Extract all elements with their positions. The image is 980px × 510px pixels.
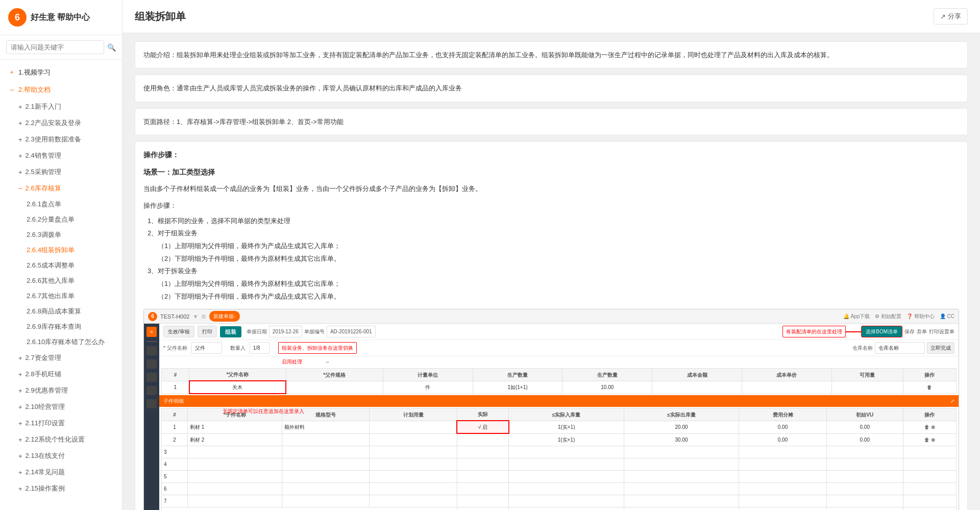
sidebar: 6 好生意 帮助中心 🔍 + 1.视频学习 − 2.帮助文档 + 2.1新手入门 xyxy=(0,0,122,510)
table-row: 2 剩材 2 1(实+1) 30.00 0.00 0.00 xyxy=(162,433,957,446)
path-text: 页面路径：1、库存核算->库存管理->组装拆卸单 2、首页->常用功能 xyxy=(143,116,959,128)
sidebar-item-inventory-fix[interactable]: 2.6.10库存账本错了怎么办 xyxy=(22,334,122,350)
docs-sub-items: + 2.1新手入门 + 2.2产品安装及登录 + 2.3使用前数据准备 + 2.… xyxy=(0,99,122,497)
inventory-sub-items: 2.6.1盘点单 2.6.2分量盘点单 2.6.3调拨单 2.6.4组装拆卸单 … xyxy=(14,197,122,350)
sidebar-item-mobile[interactable]: + 2.8手机旺铺 xyxy=(14,366,122,382)
sidebar-item-online-pay[interactable]: + 2.13在线支付 xyxy=(14,448,122,464)
annotation-bom: 有装配清单的在这里处理 xyxy=(782,326,846,337)
app-parent-field[interactable]: 父件 xyxy=(191,342,222,354)
lower-table-header: 子件明细 ⤢ xyxy=(159,395,959,407)
app-confirm-btn[interactable]: 立即完成 xyxy=(927,342,954,354)
sidebar-item-coupon[interactable]: + 2.9优惠券管理 xyxy=(14,382,122,399)
app-logo-small: 6 xyxy=(148,312,157,321)
logo-text: 好生意 帮助中心 xyxy=(31,12,90,23)
share-icon: ↗ xyxy=(940,13,946,20)
lower-table-container: 无固定清单可以任意追加在这里录入 # *子件名称 规格型号 计划用量 实际 xyxy=(161,408,957,510)
lower-table: # *子件名称 规格型号 计划用量 实际 ≤实际入库量 ≤实际出库量 费用分摊 xyxy=(161,408,957,510)
sidebar-item-print[interactable]: + 2.11打印设置 xyxy=(14,415,122,431)
sidebar-item-cost-adjust[interactable]: 2.6.5成本调整单 xyxy=(22,258,122,273)
role-text: 使用角色：通常由生产人员或库管人员完成拆装业务的操作，库管人员确认原材料的出库和… xyxy=(143,82,959,94)
share-button[interactable]: ↗ 分享 xyxy=(934,8,968,25)
page-title: 组装拆卸单 xyxy=(135,10,186,23)
sidebar-item-docs[interactable]: − 2.帮助文档 xyxy=(0,81,122,99)
app-save-btn[interactable]: 生效/审核 xyxy=(163,326,194,337)
app-titlebar: 6 TEST-H002 ▼ ⚙ 新建单据- 🔔 App下载 ⚙ 初始配置 ❓ 帮… xyxy=(144,309,959,324)
search-input[interactable] xyxy=(6,40,104,54)
role-box: 使用角色：通常由生产人员或库管人员完成拆装业务的操作，库管人员确认原材料的出库和… xyxy=(135,75,968,102)
step2-sub: （1）上部明细为父件明细，最终作为产成品生成其它入库单； （2）下部明细为子件明… xyxy=(158,240,959,265)
app-bom-btn[interactable]: 选择BOM清单 xyxy=(861,326,902,337)
minus-icon: − xyxy=(8,86,15,93)
step3: 3、对于拆装业务 xyxy=(148,265,959,278)
sidebar-item-install[interactable]: + 2.2产品安装及登录 xyxy=(14,115,122,131)
sidebar-item-transfer[interactable]: 2.6.3调拨单 xyxy=(22,227,122,242)
sidebar-item-other-out[interactable]: 2.6.7其他出库单 xyxy=(22,288,122,304)
search-button[interactable]: 🔍 xyxy=(107,43,116,52)
steps-title: 操作步骤： xyxy=(143,149,959,161)
steps-label: 操作步骤： xyxy=(143,200,959,211)
sidebar-item-data-prep[interactable]: + 2.3使用前数据准备 xyxy=(14,131,122,148)
sidebar-item-finance[interactable]: + 2.7资金管理 xyxy=(14,350,122,366)
app-qty-field[interactable]: 1/8 xyxy=(250,342,270,354)
app-form-row: * 父件名称 父件 数量人 1/8 组装业务、拆卸业务在这里切换 仓库名称 仓库… xyxy=(159,340,959,356)
app-screenshot-container: 6 TEST-H002 ▼ ⚙ 新建单据- 🔔 App下载 ⚙ 初始配置 ❓ 帮… xyxy=(143,309,959,510)
plus-icon: + xyxy=(8,69,15,76)
sidebar-item-stocktake[interactable]: 2.6.1盘点单 xyxy=(22,197,122,212)
app-print-btn[interactable]: 打印 xyxy=(198,326,217,337)
main-content: 组装拆卸单 ↗ 分享 功能介绍：组装拆卸单用来处理企业组装或拆卸等加工业务，支持… xyxy=(122,0,980,510)
path-box: 页面路径：1、库存核算->库存管理->组装拆卸单 2、首页->常用功能 xyxy=(135,108,968,135)
sidebar-item-sales[interactable]: + 2.4销售管理 xyxy=(14,148,122,164)
new-doc-btn: 新建单据- xyxy=(209,311,239,322)
scenario1-desc: 当由多个子件材料组装成一个成品的业务为【组装】业务，当由一个父件拆分成多个子产品… xyxy=(143,183,959,195)
annotation-enable-row: 启用处理 → xyxy=(159,356,959,367)
table-row: 6 xyxy=(162,482,957,495)
step2-sub1: （1）上部明细为父件明细，最终作为产成品生成其它入库单； xyxy=(158,240,959,253)
logo-area: 6 好生意 帮助中心 xyxy=(0,0,122,35)
upper-table: # *父件名称 *父件规格 计量单位 生产数量 生产数量 成本金额 成本单价 可 xyxy=(161,368,957,394)
nav-section-docs: − 2.帮助文档 + 2.1新手入门 + 2.2产品安装及登录 + 2.3使用前… xyxy=(0,81,122,497)
steps-box: 操作步骤： 场景一：加工类型选择 当由多个子件材料组装成一个成品的业务为【组装】… xyxy=(135,141,968,510)
step2: 2、对于组装业务 xyxy=(148,227,959,240)
article-body: 功能介绍：组装拆卸单用来处理企业组装或拆卸等加工业务，支持有固定装配清单的产品加… xyxy=(122,33,980,510)
sidebar-item-cost-recalc[interactable]: 2.6.8商品成本重算 xyxy=(22,304,122,319)
step1: 1、根据不同的业务，选择不同单据的类型来处理 xyxy=(148,215,959,228)
table-row: 3 xyxy=(162,446,957,458)
main-header: 组装拆卸单 ↗ 分享 xyxy=(122,0,980,33)
table-row: 1 剩材 1 额外材料 √ 启 1(实+1) 20.00 0.00 0.00 xyxy=(162,421,957,433)
sidebar-item-partial-stocktake[interactable]: 2.6.2分量盘点单 xyxy=(22,212,122,227)
sidebar-item-newbie[interactable]: + 2.1新手入门 xyxy=(14,99,122,115)
sidebar-nav: + 1.视频学习 − 2.帮助文档 + 2.1新手入门 + 2.2产品安装及登录 xyxy=(0,60,122,510)
app-order-field[interactable]: AD-20191226-001 xyxy=(327,326,376,337)
table-footer-row: 合计 8.00 0.00 0.00 0.00 xyxy=(162,507,957,510)
table-row: 7 xyxy=(162,495,957,507)
app-date-field[interactable]: 2019-12-26 xyxy=(269,326,302,337)
sidebar-item-operations[interactable]: + 2.10经营管理 xyxy=(14,399,122,415)
sidebar-item-cases[interactable]: + 2.15操作案例 xyxy=(14,480,122,497)
table-row: 1 关木 件 1如(1+1) 10.00 xyxy=(162,381,957,394)
intro-box: 功能介绍：组装拆卸单用来处理企业组装或拆卸等加工业务，支持有固定装配清单的产品加… xyxy=(135,41,968,68)
annotation-lower: 无固定清单可以任意追加在这里录入 xyxy=(223,407,304,416)
app-type-toggle[interactable]: 组装 xyxy=(220,326,241,338)
step3-sub2: （2）下部明细为子件明细，最终作为产成品生成其它入库单。 xyxy=(158,290,959,303)
sidebar-item-inventory-query[interactable]: 2.6.9库存账本查询 xyxy=(22,319,122,334)
scenario1-title: 场景一：加工类型选择 xyxy=(143,166,959,179)
app-warehouse-field[interactable]: 仓库名称 xyxy=(875,342,925,354)
sidebar-item-assembly[interactable]: 2.6.4组装拆卸单 xyxy=(22,242,122,258)
step3-sub: （1）上部明细为父件明细，最终作为原材料生成其它出库单； （2）下部明细为子件明… xyxy=(158,278,959,303)
sidebar-item-inventory[interactable]: − 2.6库存核算 xyxy=(14,180,122,197)
sidebar-item-video[interactable]: + 1.视频学习 xyxy=(0,64,122,81)
nav-section-video: + 1.视频学习 xyxy=(0,64,122,81)
table-row: 4 xyxy=(162,458,957,470)
sidebar-item-other-in[interactable]: 2.6.6其他入库单 xyxy=(22,273,122,288)
logo-icon: 6 xyxy=(8,8,27,27)
step-list: 1、根据不同的业务，选择不同单据的类型来处理 2、对于组装业务 （1）上部明细为… xyxy=(148,215,959,303)
annotation-toggle: 组装业务、拆卸业务在这里切换 xyxy=(278,342,357,354)
sidebar-item-purchase[interactable]: + 2.5采购管理 xyxy=(14,164,122,180)
sidebar-item-faq[interactable]: + 2.14常见问题 xyxy=(14,464,122,480)
sidebar-item-customize[interactable]: + 2.12系统个性化设置 xyxy=(14,431,122,448)
step3-sub1: （1）上部明细为父件明细，最终作为原材料生成其它出库单； xyxy=(158,278,959,290)
table-row: 5 xyxy=(162,470,957,482)
app-icon-sidebar: ≡ xyxy=(144,324,159,510)
intro-text: 功能介绍：组装拆卸单用来处理企业组装或拆卸等加工业务，支持有固定装配清单的产品加… xyxy=(143,49,959,61)
upper-table-container: # *父件名称 *父件规格 计量单位 生产数量 生产数量 成本金额 成本单价 可 xyxy=(161,368,957,394)
